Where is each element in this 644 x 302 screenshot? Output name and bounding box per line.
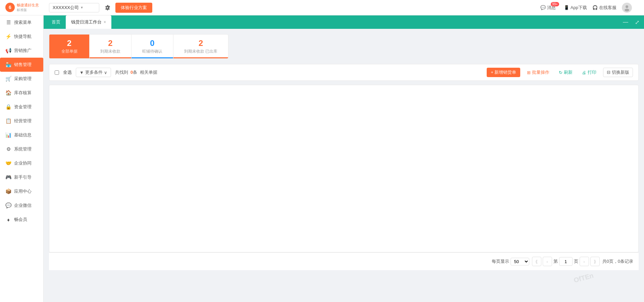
- guide-icon: 🎮: [5, 174, 11, 180]
- batch-label: 批量操作: [532, 69, 549, 75]
- download-icon: 📱: [564, 5, 569, 10]
- main-content: 2 全部单据 2 到期未收款 0 旺辅待确认 2 到期未收款 已出库 全选 ▼ …: [44, 29, 644, 302]
- stats-label-all: 全部单据: [60, 49, 78, 54]
- logo-area: 6 畅捷通好生意 标准版: [5, 3, 49, 12]
- refresh-icon: ↻: [559, 70, 562, 75]
- sidebar-item-quick-nav[interactable]: ⚡ 快捷导航: [0, 29, 43, 44]
- purchase-icon: 🛒: [5, 76, 11, 82]
- logo-sub: 标准版: [17, 8, 39, 12]
- tab-home[interactable]: 首页: [46, 15, 66, 29]
- stats-label-pending: 旺辅待确认: [142, 49, 162, 54]
- sidebar-label-wechat: 企业微信: [14, 202, 32, 208]
- sidebar-label-guide: 新手引导: [14, 174, 32, 180]
- sidebar-item-inventory[interactable]: 🏠 库存核算: [0, 86, 43, 100]
- company-name: XXXXXX公司: [53, 5, 79, 11]
- filter-icon: ▼: [79, 70, 84, 75]
- system-icon: ⚙: [5, 146, 11, 152]
- sidebar-item-marketing[interactable]: 📢 营销推广: [0, 44, 43, 58]
- stats-tabs: 2 全部单据 2 到期未收款 0 旺辅待确认 2 到期未收款 已出库: [49, 34, 228, 59]
- tab-active[interactable]: 钱货日清工作台 ×: [66, 15, 111, 29]
- switch-label: 切换新版: [612, 70, 629, 75]
- svg-point-1: [625, 9, 629, 11]
- found-text: 共找到 0条 相关单据: [115, 69, 157, 75]
- sidebar-item-capital[interactable]: 🔒 资金管理: [0, 100, 43, 114]
- refresh-button[interactable]: ↻ 刷新: [556, 68, 575, 77]
- page-input[interactable]: [559, 257, 573, 266]
- print-button[interactable]: 🖨 打印: [579, 68, 599, 77]
- tab-minimize-btn[interactable]: —: [621, 19, 630, 25]
- stats-label-out: 到期未收款 已出库: [184, 49, 217, 54]
- new-sales-button[interactable]: + 新增销货单: [487, 68, 520, 77]
- sidebar-label-apps: 应用中心: [14, 188, 32, 194]
- member-icon: ♦: [5, 217, 11, 223]
- select-all-checkbox[interactable]: [55, 70, 59, 75]
- tab-active-label: 钱货日清工作台: [71, 19, 102, 25]
- settings-button[interactable]: [102, 2, 113, 13]
- per-page-dropdown[interactable]: 50 100 200: [511, 258, 529, 265]
- sidebar-item-wechat[interactable]: 💬 企业微信: [0, 198, 43, 213]
- stats-tab-overdue[interactable]: 2 到期未收款: [90, 35, 131, 58]
- sidebar-item-purchase[interactable]: 🛒 采购管理: [0, 72, 43, 86]
- sidebar-item-basics[interactable]: 📊 基础信息: [0, 128, 43, 142]
- filter-chevron: ∨: [104, 70, 107, 75]
- app-download-button[interactable]: 📱 App下载: [564, 5, 587, 11]
- menu-icon: ☰: [5, 19, 11, 25]
- sidebar-item-member[interactable]: ♦ 畅会员: [0, 213, 43, 227]
- page-next-button[interactable]: ›: [580, 257, 589, 266]
- filter-button[interactable]: ▼ 更多条件 ∨: [76, 68, 111, 77]
- batch-operation-button[interactable]: ⊞ 批量操作: [524, 68, 552, 77]
- page-prev-button[interactable]: ‹: [543, 257, 552, 266]
- found-prefix: 共找到: [115, 70, 128, 75]
- quick-nav-icon: ⚡: [5, 34, 11, 40]
- logo-text: 畅捷通好生意: [17, 3, 39, 7]
- stats-tab-pending[interactable]: 0 旺辅待确认: [131, 35, 173, 58]
- page-first-button[interactable]: ⟪: [532, 257, 541, 266]
- avatar[interactable]: [622, 3, 632, 13]
- sidebar-item-cooperation[interactable]: 🤝 企业协同: [0, 156, 43, 170]
- sidebar-label-sales: 销售管理: [14, 62, 32, 68]
- sidebar-item-sales[interactable]: 🏪 销售管理: [0, 58, 43, 72]
- print-icon: 🖨: [582, 70, 586, 75]
- stats-tab-all[interactable]: 2 全部单据: [49, 35, 90, 58]
- page-last-button[interactable]: ⟫: [590, 257, 600, 266]
- page-of-label: 页: [574, 258, 578, 264]
- company-selector[interactable]: XXXXXX公司 ▼: [49, 3, 99, 12]
- toolbar: 全选 ▼ 更多条件 ∨ 共找到 0条 相关单据 + 新增销货单 ⊞ 批量操作 ↻…: [49, 64, 639, 81]
- switch-version-button[interactable]: ⊟ 切换新版: [603, 68, 633, 77]
- tab-maximize-btn[interactable]: ⤢: [633, 19, 641, 25]
- sidebar-label-marketing: 营销推广: [14, 48, 32, 54]
- tab-home-label: 首页: [52, 19, 60, 25]
- tab-close-icon[interactable]: ×: [104, 20, 106, 24]
- sidebar-label-capital: 资金管理: [14, 104, 32, 110]
- experience-button[interactable]: 体验行业方案: [115, 3, 152, 13]
- capital-icon: 🔒: [5, 104, 11, 110]
- cooperation-icon: 🤝: [5, 160, 11, 166]
- chevron-down-icon: ▼: [80, 6, 84, 9]
- svg-point-0: [626, 5, 628, 8]
- online-service-button[interactable]: 🎧 在线客服: [592, 5, 616, 11]
- sidebar-item-guide[interactable]: 🎮 新手引导: [0, 170, 43, 184]
- sidebar-item-apps[interactable]: 📦 应用中心: [0, 184, 43, 198]
- apps-icon: 📦: [5, 188, 11, 194]
- sidebar-item-operations[interactable]: 📋 经营管理: [0, 114, 43, 128]
- sidebar-label-inventory: 库存核算: [14, 90, 32, 96]
- message-button[interactable]: 💬 消息 99+: [540, 5, 556, 11]
- sidebar-label-member: 畅会员: [14, 217, 27, 223]
- stats-num-all: 2: [60, 39, 78, 48]
- page-label: 第: [553, 258, 558, 264]
- sidebar-item-search-menu[interactable]: ☰ 搜索菜单: [0, 15, 43, 29]
- stats-tab-out[interactable]: 2 到期未收款 已出库: [173, 35, 228, 58]
- sidebar-item-system[interactable]: ⚙ 系统管理: [0, 142, 43, 156]
- inventory-icon: 🏠: [5, 90, 11, 96]
- batch-icon: ⊞: [527, 70, 531, 75]
- per-page-label: 每页显示: [492, 258, 509, 264]
- tab-bar-right: — ⤢: [621, 19, 641, 25]
- sales-icon: 🏪: [5, 62, 11, 68]
- tab-indicator-orange: [90, 57, 131, 58]
- wechat-icon: 💬: [5, 202, 11, 208]
- tab-indicator-blue: [131, 57, 173, 58]
- message-badge: 99+: [551, 2, 559, 6]
- page-size-select: 每页显示 50 100 200: [492, 258, 529, 265]
- sidebar-label-basics: 基础信息: [14, 132, 32, 138]
- sidebar: ☰ 搜索菜单 ⚡ 快捷导航 📢 营销推广 🏪 销售管理 🛒 采购管理 🏠 库存核…: [0, 15, 44, 302]
